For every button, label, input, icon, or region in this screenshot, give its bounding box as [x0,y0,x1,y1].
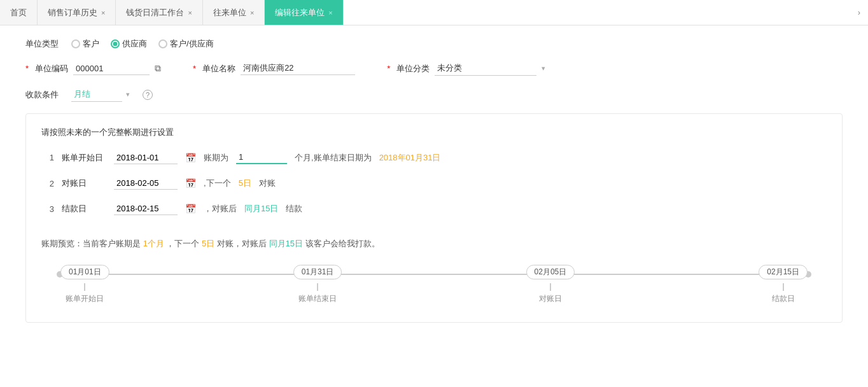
tab-home[interactable]: 首页 [0,0,38,25]
preview-mid: 对账，对账后 [217,239,267,248]
radio-customer[interactable]: 客户 [71,38,99,50]
unit-info-row: * 单位编码 ⧉ * 单位名称 * 单位分类 未分类 ▾ [25,61,843,76]
unit-name-required: * [193,64,196,73]
timeline-badge-3: 02月05日 [526,265,575,279]
radio-customer-label: 客户 [83,38,99,50]
tab-sales-history-label: 销售订单历史 [48,7,97,18]
tab-cashier-workbench-label: 钱货日清工作台 [126,7,184,18]
period-row-3-prefix: ，对账后 [204,203,237,215]
period-row-3-label: 结款日 [62,203,106,215]
period-row-3-day: 同月15日 [244,203,278,215]
radio-both-label: 客户/供应商 [170,38,214,50]
period-row-3-date[interactable] [114,202,178,215]
payment-terms-row: 收款条件 月结 ▾ ? [25,87,843,102]
preview-sep1: ，下一个 [166,239,199,248]
radio-circle-customer [71,39,80,48]
page-content: 单位类型 客户 供应商 客户/供应商 * 单位编码 ⧉ * 单位名称 [0,25,868,387]
preview-section: 账期预览：当前客户账期是 1个月 ，下一个 5日 对账，对账后 同月15日 该客… [41,228,827,309]
preview-label: 账期预览：当前客户账期是 [41,239,141,248]
period-row-1-suffix-before: 个月,账单结束日期为 [295,152,372,164]
period-row-1-end-date: 2018年01月31日 [379,152,441,164]
timeline-connector-1 [84,283,85,291]
timeline-connector-4 [783,283,784,291]
preview-part2: 5日 [202,239,214,248]
chevron-right-icon: › [858,8,860,17]
tab-sales-history[interactable]: 销售订单历史 × [38,0,116,25]
radio-supplier[interactable]: 供应商 [111,38,147,50]
tab-related-units-close[interactable]: × [250,9,254,17]
period-row-2-date[interactable] [114,177,178,190]
period-row-1-calendar-icon[interactable]: 📅 [185,153,196,163]
timeline-badge-1: 01月01日 [60,265,109,279]
unit-category-value: 未分类 [435,61,536,76]
radio-supplier-label: 供应商 [122,38,147,50]
unit-code-copy-icon[interactable]: ⧉ [155,63,161,74]
timeline-wrapper: 01月01日 账单开始日 01月31日 账单结束日 02月05日 对账 [41,265,827,304]
radio-both[interactable]: 客户/供应商 [158,38,214,50]
timeline-label-4: 结款日 [772,293,795,304]
period-row-1-months[interactable] [236,151,287,164]
section-title: 请按照未来的一个完整帐期进行设置 [41,127,827,138]
period-row-2-suffix: 对账 [259,178,276,189]
unit-category-chevron-icon[interactable]: ▾ [542,64,545,73]
timeline-label-1: 账单开始日 [66,293,104,304]
period-row-2-calendar-icon[interactable]: 📅 [185,178,196,188]
radio-circle-supplier [111,39,120,48]
payment-terms-select[interactable]: 月结 ▾ [71,87,130,102]
period-row-1-prefix: 账期为 [204,152,228,164]
timeline-label-2: 账单结束日 [298,293,337,304]
unit-code-group: * 单位编码 ⧉ [25,62,161,75]
timeline-badge-4: 02月15日 [759,265,808,279]
tab-cashier-workbench-close[interactable]: × [188,9,192,17]
unit-code-required: * [25,64,29,73]
period-row-2-prefix: ,下一个 [204,178,231,189]
period-row-2-label: 对账日 [62,178,106,189]
period-row-2-day: 5日 [239,178,251,189]
period-row-3-suffix: 结款 [286,203,302,215]
timeline-point-4: 02月15日 结款日 [759,265,808,304]
timeline-point-3: 02月05日 对账日 [526,265,575,304]
payment-terms-value: 月结 [71,87,122,102]
unit-category-label: 单位分类 [396,63,430,74]
tab-related-units[interactable]: 往来单位 × [203,0,265,25]
preview-text: 账期预览：当前客户账期是 1个月 ，下一个 5日 对账，对账后 同月15日 该客… [41,238,827,250]
tab-edit-related-units-close[interactable]: × [328,9,332,17]
radio-group-unit-type: 客户 供应商 客户/供应商 [71,38,214,50]
period-row-1: 1 账单开始日 📅 账期为 个月,账单结束日期为 2018年01月31日 [41,151,827,164]
period-row-3: 3 结款日 📅 ，对账后 同月15日 结款 [41,202,827,215]
timeline-badge-2: 01月31日 [293,265,342,279]
unit-type-row: 单位类型 客户 供应商 客户/供应商 [25,38,843,50]
tab-edit-related-units-label: 编辑往来单位 [275,7,325,18]
period-row-1-date[interactable] [114,151,178,164]
preview-part1: 1个月 [143,239,164,248]
period-row-3-num: 3 [41,204,54,214]
help-icon[interactable]: ? [143,90,153,100]
timeline-connector-3 [550,283,551,291]
tab-sales-history-close[interactable]: × [101,9,105,17]
unit-name-input[interactable] [241,62,355,75]
unit-category-required: * [387,64,390,73]
period-row-1-label: 账单开始日 [62,152,106,164]
unit-name-group: * 单位名称 [193,62,355,75]
unit-code-label: 单位编码 [35,63,68,74]
radio-circle-both [158,39,167,48]
tab-edit-related-units[interactable]: 编辑往来单位 × [265,0,343,25]
preview-part3: 同月15日 [269,239,303,248]
tab-expand-button[interactable]: › [850,0,868,25]
timeline-point-2: 01月31日 账单结束日 [293,265,342,304]
unit-category-group: * 单位分类 未分类 ▾ [387,61,545,76]
timeline-point-1: 01月01日 账单开始日 [60,265,109,304]
timeline-items: 01月01日 账单开始日 01月31日 账单结束日 02月05日 对账 [60,265,808,304]
unit-name-label: 单位名称 [202,63,235,74]
payment-terms-label: 收款条件 [25,89,59,101]
period-settings-box: 请按照未来的一个完整帐期进行设置 1 账单开始日 📅 账期为 个月,账单结束日期… [25,113,843,323]
tab-cashier-workbench[interactable]: 钱货日清工作台 × [116,0,202,25]
preview-end: 该客户会给我打款。 [305,239,380,248]
tab-home-label: 首页 [10,7,27,18]
period-row-3-calendar-icon[interactable]: 📅 [185,204,196,214]
payment-terms-chevron-icon[interactable]: ▾ [126,90,130,99]
timeline-connector-2 [317,283,318,291]
tab-related-units-label: 往来单位 [213,7,246,18]
unit-code-input[interactable] [73,62,150,75]
period-row-1-num: 1 [41,153,54,162]
